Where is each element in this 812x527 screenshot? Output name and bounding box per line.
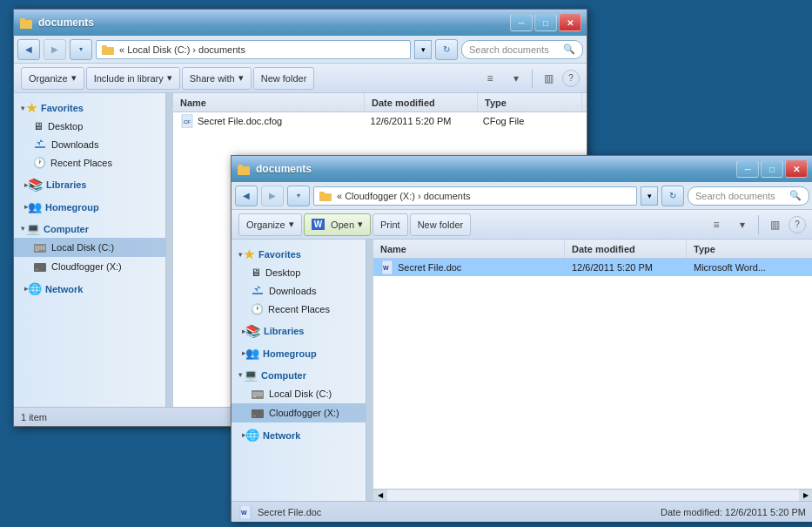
resize-handle-2[interactable]: [366, 240, 373, 501]
horizontal-scroll-2[interactable]: ◀ ▶: [373, 489, 812, 501]
window2-maximize[interactable]: □: [761, 160, 783, 178]
address-dropdown-1[interactable]: ▾: [414, 40, 432, 59]
new-folder-button-1[interactable]: New folder: [253, 67, 315, 90]
address-bar-2: ◀ ▶ ▾ « Cloudfogger (X:) › documents ▾ ↻…: [232, 182, 812, 210]
sidebar2-item-local-disk[interactable]: Local Disk (C:): [232, 384, 366, 403]
address-dropdown-2[interactable]: ▾: [641, 186, 658, 206]
window1-minimize[interactable]: ─: [510, 14, 533, 31]
sidebar2-favorites-header[interactable]: ▾ ★ Favorites: [232, 245, 366, 264]
sidebar-item-recent-1[interactable]: 🕐 Recent Places: [14, 154, 165, 172]
svg-rect-16: [319, 192, 325, 195]
svg-marker-18: [254, 286, 261, 292]
view-toggle-1[interactable]: ≡: [478, 67, 502, 90]
print-button[interactable]: Print: [372, 213, 408, 236]
sidebar2-homegroup-header[interactable]: ▸ 👥 Homegroup: [232, 344, 366, 362]
sidebar-1: ▾ ★ Favorites 🖥 Desktop Downloads 🕐 Rece…: [14, 93, 166, 407]
preview-pane-2[interactable]: ▥: [762, 213, 787, 236]
col-date-2[interactable]: Date modified: [565, 240, 687, 258]
sidebar-favorites-header[interactable]: ▾ ★ Favorites: [14, 98, 165, 118]
status-bar-2: W Secret File.doc Date modified: 12/6/20…: [232, 501, 812, 522]
sidebar-item-downloads-1[interactable]: Downloads: [14, 135, 165, 154]
scroll-left-2[interactable]: ◀: [373, 490, 387, 501]
share-with-button[interactable]: Share with ▾: [182, 67, 252, 90]
status-item-count-1: 1 item: [21, 412, 47, 422]
search-box-2[interactable]: Search documents 🔍: [688, 186, 809, 206]
sidebar2-item-cloudfogger[interactable]: Cloudfogger (X:): [232, 403, 366, 422]
window2-minimize[interactable]: ─: [736, 160, 759, 178]
refresh-button-2[interactable]: ↻: [661, 186, 684, 206]
resize-handle-1[interactable]: [166, 93, 173, 407]
view-dropdown-1[interactable]: ▾: [504, 67, 528, 90]
window1-close[interactable]: ✕: [559, 14, 581, 31]
col-name-2[interactable]: Name: [373, 240, 565, 258]
view-toggle-2[interactable]: ≡: [704, 213, 728, 236]
cfog-file-icon: CF: [180, 114, 194, 128]
sidebar-computer-section: ▾ 💻 Computer Local Disk (C:) Cloudfogger…: [14, 220, 165, 276]
sidebar2-computer-section: ▾ 💻 Computer Local Disk (C:) Cloudfogger…: [232, 366, 366, 422]
forward-button-2[interactable]: ▶: [261, 186, 284, 206]
svg-rect-8: [35, 246, 45, 250]
window1-maximize[interactable]: □: [534, 14, 557, 31]
column-header-1: Name Date modified Type: [173, 93, 587, 112]
file-row-doc[interactable]: W Secret File.doc 12/6/2011 5:20 PM Micr…: [373, 259, 812, 276]
file-list-2: W Secret File.doc 12/6/2011 5:20 PM Micr…: [373, 259, 812, 489]
include-library-button[interactable]: Include in library ▾: [86, 67, 180, 90]
search-box-1[interactable]: Search documents 🔍: [461, 40, 583, 59]
sidebar2-computer-header[interactable]: ▾ 💻 Computer: [232, 366, 366, 384]
sidebar2-item-desktop[interactable]: 🖥 Desktop: [232, 264, 366, 281]
sidebar-computer-header[interactable]: ▾ 💻 Computer: [14, 220, 165, 238]
help-button-2[interactable]: ?: [789, 216, 806, 233]
refresh-button-1[interactable]: ↻: [435, 39, 458, 60]
new-folder-button-2[interactable]: New folder: [410, 213, 472, 236]
sidebar-network-header[interactable]: ▸ 🌐 Network: [14, 280, 165, 298]
window1-title: documents: [38, 17, 510, 29]
window1-icon: [19, 16, 33, 30]
col-date-1[interactable]: Date modified: [365, 93, 478, 111]
scroll-track-2: [387, 490, 799, 501]
sidebar-item-local-disk-1[interactable]: Local Disk (C:): [14, 238, 165, 257]
back-button-1[interactable]: ◀: [17, 39, 40, 60]
window2-close[interactable]: ✕: [785, 160, 808, 178]
sidebar-2: ▾ ★ Favorites 🖥 Desktop Downloads 🕐 Rece…: [232, 240, 366, 501]
back-button-2[interactable]: ◀: [235, 186, 258, 206]
address-path-2[interactable]: « Cloudfogger (X:) › documents: [313, 186, 637, 206]
address-path-1[interactable]: « Local Disk (C:) › documents: [96, 40, 411, 59]
sidebar2-network-header[interactable]: ▸ 🌐 Network: [232, 426, 366, 444]
sidebar-item-cloudfogger-1[interactable]: Cloudfogger (X:): [14, 257, 165, 276]
sidebar2-libraries-header[interactable]: ▸ 📚 Libraries: [232, 321, 366, 341]
sidebar-homegroup-header[interactable]: ▸ 👥 Homegroup: [14, 198, 165, 216]
window2-controls: ─ □ ✕: [736, 160, 808, 178]
content-area-2: ▾ ★ Favorites 🖥 Desktop Downloads 🕐 Rece…: [232, 240, 812, 501]
sidebar-libraries-header[interactable]: ▸ 📚 Libraries: [14, 175, 165, 194]
recent-button-2[interactable]: ▾: [287, 186, 310, 206]
sidebar2-item-recent[interactable]: 🕐 Recent Places: [232, 301, 366, 318]
organize-button-1[interactable]: Organize ▾: [21, 67, 84, 90]
sidebar2-homegroup-section: ▸ 👥 Homegroup: [232, 344, 366, 362]
sidebar2-favorites-section: ▾ ★ Favorites 🖥 Desktop Downloads 🕐 Rece…: [232, 245, 366, 318]
col-type-1[interactable]: Type: [478, 93, 582, 111]
sidebar-homegroup-section: ▸ 👥 Homegroup: [14, 198, 165, 216]
toolbar-separator-1: [532, 69, 533, 88]
view-dropdown-2[interactable]: ▾: [730, 213, 755, 236]
sidebar2-libraries-section: ▸ 📚 Libraries: [232, 321, 366, 341]
sidebar-item-desktop-1[interactable]: 🖥 Desktop: [14, 118, 165, 135]
organize-button-2[interactable]: Organize ▾: [238, 213, 302, 236]
forward-button-1[interactable]: ▶: [44, 39, 66, 60]
title-bar-2: documents ─ □ ✕: [232, 156, 812, 182]
downloads-icon-2: [251, 284, 265, 298]
help-button-1[interactable]: ?: [562, 70, 580, 87]
cloudfogger-drive-icon-1: [33, 260, 47, 274]
file-row-cfog[interactable]: CF Secret File.doc.cfog 12/6/2011 5:20 P…: [173, 112, 587, 130]
scroll-right-2[interactable]: ▶: [799, 490, 812, 501]
window2-title: documents: [256, 163, 736, 175]
col-name-1[interactable]: Name: [173, 93, 365, 111]
cloudfogger-drive-icon-2: [251, 406, 265, 420]
recent-button-1[interactable]: ▾: [70, 39, 92, 60]
svg-rect-10: [36, 269, 38, 270]
col-type-2[interactable]: Type: [687, 240, 812, 258]
preview-pane-1[interactable]: ▥: [536, 67, 560, 90]
sidebar2-network-section: ▸ 🌐 Network: [232, 426, 366, 444]
svg-rect-4: [35, 146, 45, 148]
open-button[interactable]: W Open ▾: [304, 213, 371, 236]
sidebar2-item-downloads[interactable]: Downloads: [232, 281, 366, 301]
